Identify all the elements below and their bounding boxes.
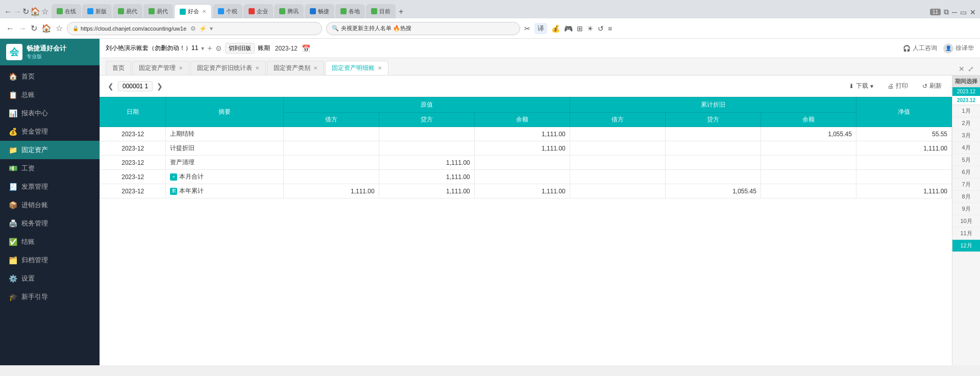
sidebar-item-guide[interactable]: 🎓 新手引导	[0, 288, 100, 306]
calendar-icon[interactable]: 📅	[302, 44, 310, 53]
panel-close-btn[interactable]: ✕	[959, 65, 965, 73]
th-dep-balance: 余额	[761, 113, 856, 127]
bookmark-icon[interactable]: ☆	[56, 23, 63, 33]
refresh-btn[interactable]: ↺ 刷新	[918, 80, 946, 92]
user-info[interactable]: 👤 徐译华	[943, 43, 974, 54]
sidebar-item-trade[interactable]: 📦 进销台账	[0, 196, 100, 214]
tab-qiye[interactable]: 企业	[243, 4, 273, 18]
tab-changjie[interactable]: 畅捷	[305, 4, 334, 18]
month-item[interactable]: 12月	[952, 240, 980, 252]
sidebar-item-invoice[interactable]: 🧾 发票管理	[0, 178, 100, 196]
forward-icon[interactable]: →	[18, 24, 27, 33]
tab-yidai1[interactable]: 易代	[113, 4, 142, 18]
reload-icon[interactable]: ↻	[31, 23, 37, 33]
tab-tencent[interactable]: 腾讯	[274, 4, 304, 18]
brightness-btn[interactable]: ☀	[587, 24, 594, 33]
tab-label: 畅捷	[318, 8, 329, 15]
tab-close-icon[interactable]: ✕	[378, 65, 382, 71]
tab-xinban[interactable]: 新版	[82, 4, 112, 18]
page-tab-home[interactable]: 首页	[106, 61, 131, 75]
settings-nav-icon: ⚙️	[8, 274, 17, 283]
month-item[interactable]: 10月	[952, 215, 980, 228]
tab-haohui[interactable]: 好会 ✕	[174, 4, 212, 18]
period-selected-date1[interactable]: 2023.12	[952, 87, 980, 96]
month-item[interactable]: 7月	[952, 179, 980, 191]
month-item[interactable]: 6月	[952, 166, 980, 179]
wallet-btn[interactable]: 💰	[551, 24, 560, 33]
window-minimize-btn[interactable]: ─	[952, 8, 957, 16]
th-accumulated-dep: 累计折旧	[570, 97, 856, 113]
window-close-btn[interactable]: ✕	[970, 8, 976, 16]
address-bar[interactable]: 🔒 https://cloud.chanjet.com/accounting/u…	[67, 22, 322, 35]
sidebar-item-closing[interactable]: ✅ 结账	[0, 233, 100, 251]
topbar-actions: 🎧 人工咨询 👤 徐译华	[903, 43, 974, 54]
game-btn[interactable]: 🎮	[564, 24, 573, 33]
new-tab-btn[interactable]: +	[399, 7, 403, 16]
tab-close-icon[interactable]: ✕	[313, 65, 317, 71]
home-btn[interactable]: 🏠	[30, 7, 40, 16]
window-maximize-btn[interactable]: ▭	[960, 8, 967, 16]
reload-btn[interactable]: ↻	[22, 7, 29, 16]
page-tab-fa-dep-stat[interactable]: 固定资产折旧统计表 ✕	[190, 61, 266, 75]
cell-orig-balance	[474, 156, 570, 170]
month-item[interactable]: 3月	[952, 130, 980, 142]
sidebar-logo: 会 畅捷通好会计 专业版	[0, 39, 100, 65]
panel-expand-btn[interactable]: ⤢	[968, 65, 974, 73]
tab-muqian[interactable]: 目前	[366, 4, 396, 18]
tab-label: 企业	[257, 8, 268, 15]
translate-btn[interactable]: 译	[534, 23, 547, 34]
tab-geshu[interactable]: 个税	[213, 4, 242, 18]
month-item[interactable]: 2月	[952, 117, 980, 130]
undo-btn[interactable]: ↺	[598, 24, 604, 33]
tab-close-icon[interactable]: ✕	[255, 65, 259, 71]
tab-label: 个税	[226, 8, 237, 15]
page-tabbar: 首页 固定资产管理 ✕ 固定资产折旧统计表 ✕ 固定资产类别 ✕ 固定资产明细账…	[100, 58, 980, 76]
print-btn[interactable]: 🖨 打印	[884, 80, 912, 92]
guide-nav-icon: 🎓	[8, 292, 17, 302]
add-account-btn[interactable]: +	[207, 44, 212, 53]
tab-close-icon[interactable]: ✕	[202, 9, 206, 14]
page-tab-fa-detail[interactable]: 固定资产明细账 ✕	[325, 61, 388, 75]
download-btn[interactable]: ⬇ 下载 ▾	[845, 80, 877, 92]
tab-gedi[interactable]: 各地	[335, 4, 365, 18]
month-item[interactable]: 1月	[952, 105, 980, 117]
search-bar[interactable]: 🔍 央视更新主持人名单 🔥热搜	[326, 22, 520, 35]
tab-close-icon[interactable]: ✕	[179, 65, 183, 71]
sidebar-item-reports[interactable]: 📊 报表中心	[0, 104, 100, 122]
sidebar-item-archive[interactable]: 🗂️ 归档管理	[0, 251, 100, 269]
sidebar-item-tax[interactable]: 🖨️ 税务管理	[0, 214, 100, 233]
month-item[interactable]: 5月	[952, 154, 980, 166]
sidebar-item-capital[interactable]: 💰 资金管理	[0, 122, 100, 141]
human-service-btn[interactable]: 🎧 人工咨询	[903, 44, 937, 53]
page-tab-fa-category[interactable]: 固定资产类别 ✕	[267, 61, 324, 75]
settings-icon[interactable]: ⚙	[215, 44, 222, 53]
switch-btn[interactable]: 切到旧版	[225, 43, 255, 54]
month-item[interactable]: 8月	[952, 191, 980, 203]
menu-btn[interactable]: ≡	[608, 24, 612, 33]
forward-btn[interactable]: →	[13, 7, 21, 16]
month-item[interactable]: 4月	[952, 142, 980, 154]
dropdown-icon[interactable]: ▾	[201, 45, 204, 52]
sidebar-item-ledger[interactable]: 📋 总账	[0, 86, 100, 104]
cell-date: 2023-12	[100, 141, 166, 156]
month-item[interactable]: 9月	[952, 203, 980, 215]
home-icon[interactable]: 🏠	[41, 23, 52, 33]
scissor-btn[interactable]: ✂	[524, 24, 530, 33]
next-page-btn[interactable]: ❯	[155, 81, 165, 91]
sidebar-item-label: 归档管理	[21, 256, 48, 265]
window-restore-btn[interactable]: ⧉	[944, 8, 949, 16]
grid-btn[interactable]: ⊞	[577, 24, 583, 33]
tab-yidai2[interactable]: 易代	[143, 4, 173, 18]
tab-zaixian[interactable]: 在线	[52, 4, 81, 18]
sidebar-item-settings[interactable]: ⚙️ 设置	[0, 269, 100, 288]
back-icon[interactable]: ←	[6, 24, 14, 33]
sidebar-item-payroll[interactable]: 💵 工资	[0, 159, 100, 178]
back-btn[interactable]: ←	[4, 7, 12, 16]
month-item[interactable]: 11月	[952, 228, 980, 240]
bookmark-btn[interactable]: ☆	[41, 7, 48, 16]
prev-page-btn[interactable]: ❮	[106, 81, 116, 91]
sidebar-item-label: 设置	[21, 274, 35, 283]
page-tab-fa-mgmt[interactable]: 固定资产管理 ✕	[132, 61, 189, 75]
sidebar-item-fixed-assets[interactable]: 📁 固定资产	[0, 141, 100, 159]
sidebar-item-home[interactable]: 🏠 首页	[0, 67, 100, 86]
